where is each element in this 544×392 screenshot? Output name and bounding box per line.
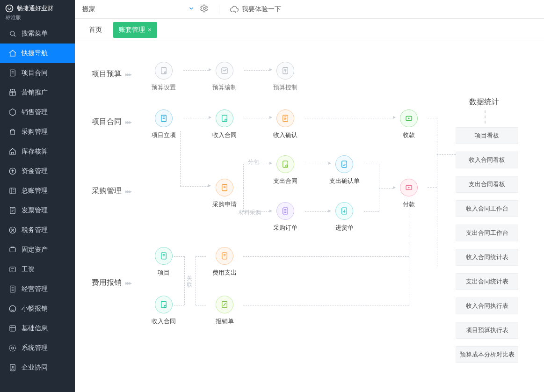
- sidebar-item-3[interactable]: 营销推广: [0, 83, 75, 102]
- divider: [219, 5, 219, 14]
- node-income-confirm[interactable]: 收入确认: [267, 109, 304, 139]
- row-label-reimburse: 费用报销▸▸▸: [92, 278, 131, 288]
- connector: [409, 260, 409, 305]
- ledger-icon: [8, 187, 17, 195]
- sidebar-item-11[interactable]: 固定资产: [0, 240, 75, 260]
- svg-point-31: [286, 165, 288, 167]
- doc-icon: [216, 247, 233, 265]
- sidebar-item-16[interactable]: 系统管理: [0, 338, 75, 358]
- sidebar-item-5[interactable]: 采购管理: [0, 122, 75, 142]
- doc-icon: [216, 179, 233, 196]
- tab-home[interactable]: 首页: [82, 21, 109, 39]
- corp-icon: [8, 363, 17, 372]
- node-income-contract-2[interactable]: 收入合同: [145, 296, 182, 326]
- stat-button-5[interactable]: 收入合同统计表: [456, 249, 518, 266]
- sidebar-item-17[interactable]: 企业协同: [0, 358, 75, 377]
- stat-button-2[interactable]: 支出合同看板: [456, 176, 518, 193]
- node-expense-confirm[interactable]: 支出确认单: [326, 155, 363, 185]
- sidebar: 畅捷通好业财 标准版 搜索菜单快捷导航项目合同营销推广销售管理采购管理库存核算资…: [0, 0, 75, 392]
- connector: [244, 118, 269, 118]
- tab-strip: 首页 账套管理 ×: [75, 19, 544, 41]
- node-project-init[interactable]: 项目立项: [145, 109, 182, 139]
- node-purchase-order[interactable]: 采购订单: [267, 202, 304, 232]
- svg-point-1: [10, 31, 15, 36]
- node-receipt[interactable]: 收款: [390, 109, 428, 139]
- connector: [183, 118, 209, 118]
- node-income-contract[interactable]: 收入合同: [206, 109, 243, 139]
- connector: [196, 256, 196, 305]
- breadcrumb[interactable]: 搬家: [82, 5, 195, 14]
- stat-button-1[interactable]: 收入合同看板: [456, 152, 518, 168]
- svg-point-26: [225, 119, 227, 122]
- sidebar-item-13[interactable]: 经营管理: [0, 279, 75, 299]
- connector: [485, 110, 486, 123]
- node-inbound[interactable]: 进货单: [326, 202, 363, 232]
- arrow-icon: ▸▸▸: [125, 71, 131, 78]
- sidebar-item-10[interactable]: 税务管理: [0, 220, 75, 240]
- node-expense-contract[interactable]: 支出合同: [267, 155, 304, 185]
- sidebar-item-label: 库存核算: [22, 147, 48, 156]
- sidebar-item-label: 项目合同: [22, 69, 48, 77]
- sidebar-item-7[interactable]: 资金管理: [0, 161, 75, 181]
- close-icon[interactable]: ×: [148, 26, 152, 33]
- sidebar-item-12[interactable]: 工资: [0, 260, 75, 279]
- connector: [437, 118, 437, 267]
- node-reimburse-form[interactable]: 报销单: [206, 296, 243, 326]
- sidebar-item-0[interactable]: 搜索菜单: [0, 24, 75, 44]
- tab-account-mgmt[interactable]: 账套管理 ×: [113, 22, 157, 38]
- node-budget-control[interactable]: 预算控制: [267, 62, 304, 92]
- svg-rect-5: [10, 188, 15, 194]
- stat-button-4[interactable]: 支出合同工作台: [456, 225, 518, 241]
- connector: [180, 131, 181, 186]
- brand-name: 畅捷通好业财: [17, 4, 53, 13]
- biz-icon: [8, 285, 17, 293]
- sidebar-item-6[interactable]: 库存核算: [0, 142, 75, 161]
- sidebar-item-8[interactable]: 总账管理: [0, 181, 75, 201]
- sidebar-item-label: 搜索菜单: [22, 29, 48, 38]
- arrow-icon: ▸▸▸: [125, 119, 131, 125]
- base-icon: [8, 324, 17, 333]
- stat-button-0[interactable]: 项目看板: [456, 127, 518, 144]
- connector: [243, 256, 409, 257]
- sidebar-item-9[interactable]: 发票管理: [0, 201, 75, 220]
- breadcrumb-text: 搬家: [82, 5, 95, 14]
- sidebar-item-4[interactable]: 销售管理: [0, 102, 75, 122]
- branch-label-subcontract: 分包: [248, 158, 259, 166]
- doc-icon: [155, 247, 173, 265]
- node-project[interactable]: 项目: [145, 247, 182, 277]
- tax-icon: [8, 226, 17, 234]
- sidebar-item-label: 系统管理: [22, 344, 48, 352]
- flow-canvas: 项目预算▸▸▸ 预算设置 预算编制 预算控制 项目合同▸▸▸ 项目立项 收入合同: [75, 41, 544, 392]
- connector: [174, 305, 184, 305]
- sidebar-item-2[interactable]: 项目合同: [0, 63, 75, 83]
- node-purchase-apply[interactable]: 采购申请: [206, 179, 243, 209]
- stat-button-9[interactable]: 预算成本分析对比表: [456, 346, 518, 363]
- sidebar-item-label: 税务管理: [22, 226, 48, 234]
- stat-button-3[interactable]: 收入合同工作台: [456, 200, 518, 217]
- bag-icon: [8, 128, 17, 136]
- sidebar-item-15[interactable]: 基础信息: [0, 319, 75, 338]
- doc-icon: [276, 109, 294, 127]
- sidebar-item-label: 小畅报销: [22, 305, 48, 313]
- connector: [243, 188, 244, 211]
- chart-icon: [216, 62, 233, 80]
- stat-button-8[interactable]: 项目预算执行表: [456, 322, 518, 339]
- node-expense-out[interactable]: 费用支出: [206, 247, 243, 277]
- connector: [174, 256, 184, 257]
- svg-rect-9: [10, 267, 15, 272]
- sidebar-item-label: 营销推广: [22, 88, 48, 97]
- experience-link[interactable]: 我要体验一下: [230, 5, 281, 14]
- node-budget-setup[interactable]: 预算设置: [145, 62, 182, 92]
- stat-button-7[interactable]: 收入合同执行表: [456, 298, 518, 314]
- doc-icon: [276, 155, 294, 173]
- gear-icon[interactable]: [200, 4, 209, 15]
- sidebar-item-14[interactable]: 小畅报销: [0, 299, 75, 319]
- sidebar-item-label: 经营管理: [22, 285, 48, 293]
- node-budget-compile[interactable]: 预算编制: [206, 62, 243, 92]
- connector: [305, 211, 328, 212]
- sidebar-item-label: 基础信息: [22, 324, 48, 333]
- sidebar-item-1[interactable]: 快捷导航: [0, 44, 75, 63]
- connector: [305, 118, 393, 118]
- stat-button-6[interactable]: 支出合同统计表: [456, 273, 518, 290]
- connector: [428, 187, 437, 188]
